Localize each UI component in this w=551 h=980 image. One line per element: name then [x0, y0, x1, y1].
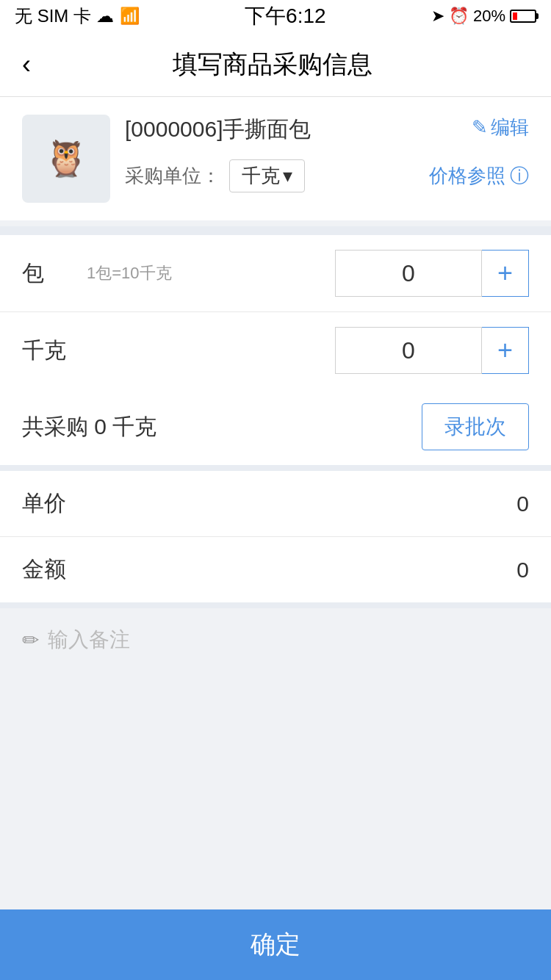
status-left: 无 SIM 卡 ☁ 📶: [15, 4, 140, 28]
amount-row: 金额 0: [0, 537, 551, 602]
battery-percentage: 20%: [473, 7, 505, 26]
page-title: 填写商品采购信息: [46, 48, 500, 82]
product-thumbnail: 🦉: [22, 115, 110, 203]
content-area: [0, 671, 551, 921]
kg-input-control: +: [335, 327, 529, 374]
pencil-icon: ✏: [22, 628, 39, 652]
total-summary-text: 共采购 0 千克: [22, 412, 156, 442]
status-time: 下午6:12: [245, 2, 326, 30]
dropdown-arrow-icon: ▾: [283, 165, 292, 187]
summary-row: 共采购 0 千克 录批次: [0, 389, 551, 471]
amount-value: 0: [516, 558, 529, 583]
kg-label: 千克: [22, 336, 81, 366]
nav-bar: ‹ 填写商品采购信息: [0, 32, 551, 97]
section-divider-1: [0, 226, 551, 235]
unit-value: 千克: [242, 163, 280, 189]
product-unit-row: 采购单位： 千克 ▾ 价格参照 ⓘ: [125, 159, 529, 192]
battery-tip: [536, 13, 539, 19]
product-title: 手撕面包: [223, 117, 311, 141]
unit-label: 采购单位：: [125, 163, 220, 189]
back-button[interactable]: ‹: [22, 49, 31, 80]
kg-plus-button[interactable]: +: [482, 327, 529, 374]
remark-section[interactable]: ✏ 输入备注: [0, 608, 551, 671]
price-ref-label: 价格参照: [429, 163, 505, 189]
remark-placeholder: 输入备注: [48, 626, 130, 654]
unit-select[interactable]: 千克 ▾: [229, 159, 305, 192]
batch-button[interactable]: 录批次: [422, 403, 529, 450]
product-id: [0000006]: [125, 117, 223, 141]
status-bar: 无 SIM 卡 ☁ 📶 下午6:12 ➤ ⏰ 20%: [0, 0, 551, 32]
alarm-icon: ⏰: [449, 7, 469, 26]
pack-input-row: 包 1包=10千克 +: [0, 235, 551, 312]
battery-fill: [513, 12, 517, 20]
product-info: [0000006]手撕面包 ✎ 编辑 采购单位： 千克 ▾ 价格参照 ⓘ: [125, 115, 529, 192]
edit-button[interactable]: ✎ 编辑: [472, 115, 529, 140]
price-section: 单价 0 金额 0: [0, 471, 551, 608]
product-header: [0000006]手撕面包 ✎ 编辑: [125, 115, 529, 145]
product-logo: 🦉: [44, 138, 88, 179]
pack-sublabel: 1包=10千克: [87, 262, 172, 284]
edit-label: 编辑: [491, 115, 529, 140]
product-name: [0000006]手撕面包: [125, 115, 311, 145]
edit-icon: ✎: [472, 116, 488, 139]
amount-label: 金额: [22, 555, 66, 585]
pack-label: 包: [22, 259, 81, 289]
unit-price-row: 单价 0: [0, 471, 551, 537]
sim-label: 无 SIM 卡 ☁: [15, 4, 114, 28]
price-reference-button[interactable]: 价格参照 ⓘ: [429, 163, 529, 189]
pack-input-control: +: [335, 250, 529, 297]
kg-number-input[interactable]: [335, 327, 482, 374]
pack-number-input[interactable]: [335, 250, 482, 297]
product-card: 🦉 [0000006]手撕面包 ✎ 编辑 采购单位： 千克 ▾ 价格参照 ⓘ: [0, 97, 551, 226]
unit-price-label: 单价: [22, 489, 66, 519]
info-icon: ⓘ: [510, 163, 529, 189]
input-section: 包 1包=10千克 + 千克 +: [0, 235, 551, 389]
confirm-button[interactable]: 确定: [0, 909, 551, 980]
location-icon: ➤: [431, 7, 444, 26]
kg-input-row: 千克 +: [0, 312, 551, 389]
status-right: ➤ ⏰ 20%: [431, 7, 536, 26]
unit-price-value: 0: [516, 491, 529, 516]
pack-plus-button[interactable]: +: [482, 250, 529, 297]
battery-icon: [510, 10, 536, 23]
wifi-icon: 📶: [120, 7, 140, 26]
